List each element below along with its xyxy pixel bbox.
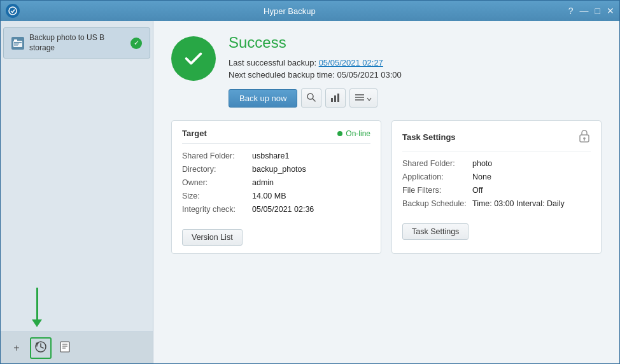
svg-point-0	[9, 7, 17, 15]
svg-rect-13	[331, 98, 333, 102]
chart-icon	[330, 93, 341, 104]
sidebar-bottom: +	[1, 332, 153, 363]
online-label: On-line	[346, 129, 370, 138]
row-value: 05/05/2021 02:36	[252, 205, 314, 214]
task-settings-card: Task Settings Shared Folder	[391, 120, 602, 254]
target-card: Target On-line Shared Folder: usbshare1 …	[171, 120, 381, 254]
svg-rect-5	[14, 45, 18, 45]
arrow-indicator	[32, 288, 42, 327]
help-button[interactable]: ?	[568, 6, 574, 16]
search-icon	[306, 92, 316, 104]
add-backup-button[interactable]: +	[6, 337, 27, 359]
row-value: usbshare1	[252, 151, 289, 160]
last-backup-detail: Last successful backup: 05/05/2021 02:27	[229, 58, 602, 67]
plus-icon: +	[13, 342, 19, 354]
sidebar-item-icon	[11, 37, 24, 50]
app-window: Hyper Backup ? — □ ✕	[0, 0, 620, 364]
toolbar: Back up now	[229, 88, 602, 108]
row-label: Directory:	[182, 165, 252, 174]
online-dot	[337, 131, 342, 136]
svg-rect-7	[60, 342, 69, 352]
task-settings-card-rows: Shared Folder: photo Application: None F…	[402, 159, 591, 208]
row-value: Time: 03:00 Interval: Daily	[472, 199, 565, 208]
last-backup-prefix: Last successful backup:	[229, 58, 319, 67]
menu-button[interactable]	[349, 88, 377, 108]
restore-button[interactable]	[30, 337, 52, 359]
row-value: None	[472, 172, 491, 181]
main-panel: Success Last successful backup: 05/05/20…	[153, 21, 619, 363]
maximize-button[interactable]: □	[595, 6, 600, 16]
row-label: File Filters:	[402, 186, 472, 195]
menu-icon	[355, 93, 364, 103]
window-controls: ? — □ ✕	[568, 6, 614, 16]
table-row: Directory: backup_photos	[182, 165, 370, 174]
sidebar-items: Backup photo to US B storage ✓	[1, 21, 153, 332]
table-row: Integrity check: 05/05/2021 02:36	[182, 205, 370, 214]
next-scheduled-value: 05/05/2021 03:00	[337, 70, 402, 80]
next-scheduled-prefix: Next scheduled backup time:	[229, 70, 337, 80]
svg-rect-14	[334, 95, 336, 102]
last-backup-link[interactable]: 05/05/2021 02:27	[319, 58, 383, 67]
row-label: Owner:	[182, 178, 252, 187]
status-icon	[171, 36, 216, 81]
target-card-title: Target	[182, 129, 207, 138]
row-label: Size:	[182, 192, 252, 200]
sidebar: Backup photo to US B storage ✓ +	[1, 21, 153, 363]
titlebar: Hyper Backup ? — □ ✕	[1, 1, 619, 21]
svg-rect-4	[14, 43, 19, 44]
table-row: Shared Folder: photo	[402, 159, 591, 168]
row-label: Integrity check:	[182, 205, 252, 214]
row-label: Shared Folder:	[182, 151, 252, 160]
row-label: Backup Schedule:	[402, 199, 472, 208]
titlebar-left	[6, 4, 62, 18]
lock-icon	[578, 129, 591, 146]
status-section: Success Last successful backup: 05/05/20…	[171, 34, 602, 108]
close-button[interactable]: ✕	[607, 6, 614, 16]
online-badge: On-line	[337, 129, 370, 138]
content-area: Backup photo to US B storage ✓ +	[1, 21, 619, 363]
task-settings-button[interactable]: Task Settings	[402, 223, 469, 240]
target-card-rows: Shared Folder: usbshare1 Directory: back…	[182, 151, 370, 214]
task-settings-card-footer: Task Settings	[402, 217, 591, 240]
details-section: Target On-line Shared Folder: usbshare1 …	[171, 120, 602, 254]
table-row: File Filters: Off	[402, 186, 591, 195]
dropdown-chevron-icon	[367, 93, 372, 103]
table-row: Size: 14.00 MB	[182, 192, 370, 200]
row-value: photo	[472, 159, 492, 168]
sidebar-item-label: Backup photo to US B storage	[29, 33, 125, 53]
search-button[interactable]	[301, 88, 321, 108]
svg-line-12	[313, 99, 315, 101]
svg-rect-15	[337, 94, 339, 102]
svg-rect-3	[14, 42, 22, 43]
back-up-now-button[interactable]: Back up now	[229, 89, 297, 108]
version-list-button[interactable]: Version List	[182, 229, 243, 246]
row-value: Off	[472, 186, 483, 195]
app-icon	[6, 4, 20, 18]
task-settings-card-title: Task Settings	[402, 132, 456, 142]
target-card-footer: Version List	[182, 223, 370, 246]
row-value: admin	[252, 178, 274, 187]
statistics-button[interactable]	[325, 88, 346, 108]
svg-point-20	[583, 137, 586, 140]
log-button[interactable]	[54, 337, 76, 359]
table-row: Backup Schedule: Time: 03:00 Interval: D…	[402, 199, 591, 208]
svg-rect-2	[14, 39, 17, 41]
task-settings-card-header: Task Settings	[402, 129, 591, 151]
minimize-button[interactable]: —	[580, 6, 589, 16]
table-row: Application: None	[402, 172, 591, 181]
sidebar-item-check: ✓	[130, 38, 142, 49]
arrow-shaft	[36, 288, 38, 319]
row-label: Shared Folder:	[402, 159, 472, 168]
table-row: Shared Folder: usbshare1	[182, 151, 370, 160]
row-label: Application:	[402, 172, 472, 181]
row-value: 14.00 MB	[252, 192, 286, 200]
log-icon	[59, 341, 71, 355]
window-title: Hyper Backup	[62, 6, 518, 16]
status-info: Success Last successful backup: 05/05/20…	[229, 34, 602, 108]
sidebar-item-backup[interactable]: Backup photo to US B storage ✓	[3, 27, 150, 59]
arrow-head	[32, 319, 42, 327]
table-row: Owner: admin	[182, 178, 370, 187]
target-card-header: Target On-line	[182, 129, 370, 144]
next-backup-detail: Next scheduled backup time: 05/05/2021 0…	[229, 70, 602, 80]
restore-icon	[34, 340, 47, 356]
